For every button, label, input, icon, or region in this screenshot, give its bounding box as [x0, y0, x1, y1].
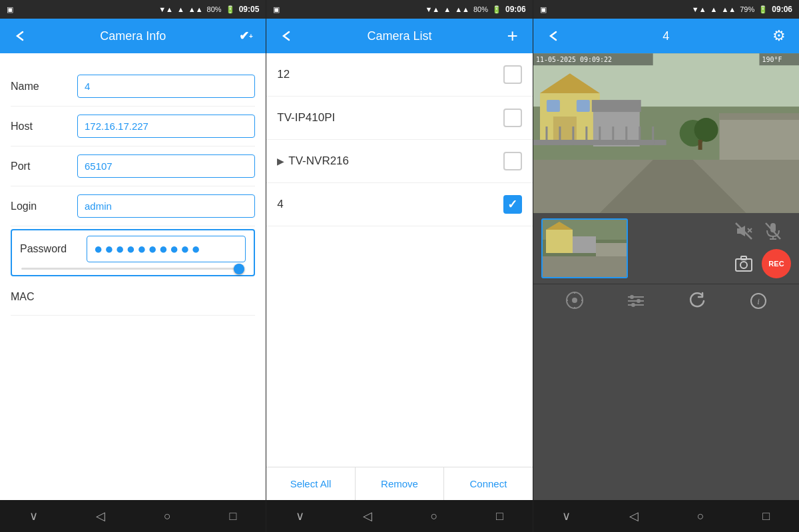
top-bar-1: Camera Info ✔+: [0, 19, 266, 53]
password-row: Password ●●●●●●●●●●: [11, 229, 255, 276]
panel-camera-view: ▣ ▼▲ ▲ ▲▲ 79% 🔋 09:06 4 ⚙: [533, 0, 799, 532]
list-item[interactable]: ▶ TV-NVR216: [266, 140, 532, 183]
top-bar-2: Camera List +: [266, 19, 532, 53]
action-bar-2: Select All Remove Connect: [266, 467, 532, 500]
svg-text:11-05-2025 09:09:22: 11-05-2025 09:09:22: [536, 56, 612, 63]
settings-sliders-button[interactable]: [627, 293, 645, 313]
back-button-1[interactable]: [8, 29, 32, 43]
time-3: 09:06: [772, 5, 792, 14]
list-item[interactable]: 12: [266, 53, 532, 97]
svg-rect-32: [546, 230, 573, 253]
nav-back-1[interactable]: ◁: [85, 503, 116, 529]
status-bar-2: ▣ ▼▲ ▲ ▲▲ 80% 🔋 09:06: [266, 0, 532, 19]
info-button[interactable]: i: [750, 292, 767, 314]
svg-point-52: [637, 299, 641, 303]
battery-icon-1: 🔋: [226, 5, 235, 14]
pan-tilt-button[interactable]: [565, 291, 584, 314]
nav-home-2[interactable]: ○: [419, 504, 448, 529]
camera-view-content: 11-05-2025 09:09:22 190°F: [533, 53, 799, 500]
settings-button-3[interactable]: ⚙: [767, 27, 791, 45]
checkbox-tvip[interactable]: [503, 109, 522, 127]
nav-down-3[interactable]: ∨: [551, 503, 581, 529]
status-right-3: ▼▲ ▲ ▲▲ 79% 🔋 09:06: [692, 5, 792, 14]
bottom-controls: i: [533, 284, 799, 321]
panel-camera-info: ▣ ▼▲ ▲ ▲▲ 80% 🔋 09:05 Camera Info ✔+ Nam…: [0, 0, 266, 532]
status-bar-1: ▣ ▼▲ ▲ ▲▲ 80% 🔋 09:05: [0, 0, 266, 19]
battery-1: 80%: [207, 5, 222, 13]
mute-mic-button[interactable]: [760, 218, 786, 244]
top-bar-3: 4 ⚙: [533, 19, 799, 53]
sim-icon-2: ▣: [273, 5, 280, 14]
battery-2: 80%: [473, 5, 488, 13]
nav-home-3[interactable]: ○: [686, 504, 715, 529]
mac-row: MAC: [11, 279, 255, 316]
host-input[interactable]: [77, 115, 255, 138]
camera-name-nvr: TV-NVR216: [288, 154, 503, 168]
connect-button[interactable]: Connect: [444, 467, 532, 500]
svg-rect-20: [719, 113, 799, 120]
nav-back-3[interactable]: ◁: [619, 503, 649, 529]
back-button-2[interactable]: [274, 29, 298, 43]
nav-recent-2[interactable]: □: [485, 504, 514, 529]
svg-rect-25: [698, 140, 702, 150]
thumbnail-controls-row: REC: [533, 213, 799, 284]
status-right-1: ▼▲ ▲ ▲▲ 80% 🔋 09:05: [158, 5, 259, 14]
status-left-1: ▣: [7, 5, 13, 14]
svg-point-50: [630, 295, 634, 299]
nav-recent-1[interactable]: □: [219, 504, 248, 529]
camera-thumbnail[interactable]: [541, 218, 628, 278]
password-slider-thumb[interactable]: [234, 264, 244, 274]
svg-point-45: [740, 262, 747, 268]
back-button-3[interactable]: [541, 29, 565, 43]
camera-name-tvip: TV-IP410PI: [277, 111, 503, 125]
nav-down-2[interactable]: ∨: [285, 503, 315, 529]
port-label: Port: [11, 160, 77, 172]
right-controls: REC: [731, 218, 791, 278]
checkbox-nvr[interactable]: [503, 152, 522, 170]
network-icon-2: ▲▲: [455, 5, 469, 13]
nav-recent-3[interactable]: □: [752, 504, 780, 529]
status-left-3: ▣: [540, 5, 547, 14]
save-button-1[interactable]: ✔+: [234, 29, 258, 43]
svg-text:i: i: [757, 296, 760, 306]
add-button-2[interactable]: +: [501, 27, 525, 45]
signal-icon-3: ▼▲: [692, 5, 706, 13]
name-label: Name: [11, 81, 77, 93]
page-title-1: Camera Info: [32, 29, 234, 43]
remove-button[interactable]: Remove: [356, 467, 444, 500]
nav-home-1[interactable]: ○: [153, 504, 182, 529]
signal-icon-1: ▼▲: [158, 5, 173, 13]
svg-text:190°F: 190°F: [762, 56, 782, 63]
network-icon-3: ▲▲: [721, 5, 736, 13]
login-input[interactable]: [77, 194, 255, 218]
camera-name-4: 4: [277, 198, 503, 211]
select-all-button[interactable]: Select All: [266, 467, 355, 500]
rec-label: REC: [768, 260, 784, 268]
name-row: Name: [11, 67, 255, 107]
refresh-button[interactable]: [688, 292, 706, 314]
wifi-icon-2: ▲: [443, 5, 451, 13]
svg-point-54: [631, 303, 635, 307]
bottom-nav-1: ∨ ◁ ○ □: [0, 500, 266, 532]
time-1: 09:05: [239, 5, 260, 14]
nav-back-2[interactable]: ◁: [352, 503, 383, 529]
mute-audio-button[interactable]: [731, 218, 756, 244]
time-2: 09:06: [505, 5, 526, 14]
checkbox-4[interactable]: [503, 195, 522, 214]
checkbox-12[interactable]: [503, 65, 522, 84]
list-item[interactable]: TV-IP410PI: [266, 97, 532, 140]
bottom-nav-3: ∨ ◁ ○ □: [533, 500, 799, 532]
nav-down-1[interactable]: ∨: [19, 503, 49, 529]
port-input[interactable]: [77, 154, 255, 178]
list-item[interactable]: 4: [266, 183, 532, 226]
panel-camera-list: ▣ ▼▲ ▲ ▲▲ 80% 🔋 09:06 Camera List + 12 T…: [266, 0, 533, 532]
bottom-nav-2: ∨ ◁ ○ □: [266, 500, 532, 532]
name-input[interactable]: [77, 75, 255, 98]
battery-3: 79%: [740, 5, 754, 13]
photo-button[interactable]: [731, 251, 756, 276]
wifi-icon-1: ▲: [177, 5, 184, 13]
login-label: Login: [11, 200, 77, 212]
rec-button[interactable]: REC: [762, 249, 791, 278]
battery-icon-3: 🔋: [758, 5, 768, 14]
main-camera-feed: 11-05-2025 09:09:22 190°F: [533, 53, 799, 213]
